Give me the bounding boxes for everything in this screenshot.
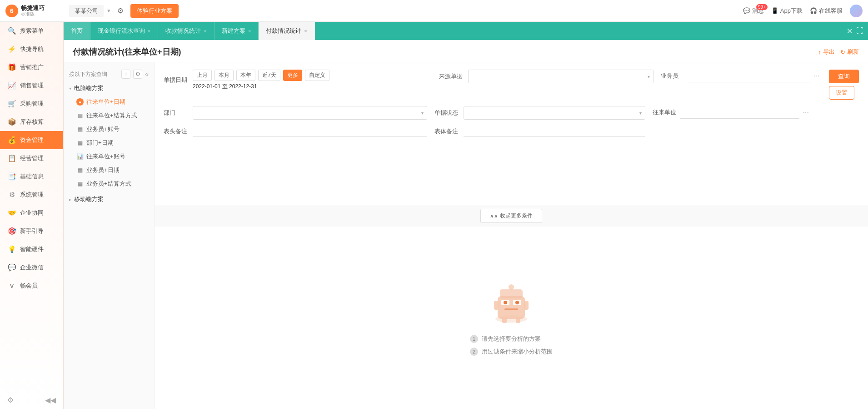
refresh-btn[interactable]: ↻ 刷新 [840, 48, 859, 56]
topbar-right: 💬 消息 99+ 📱 App下载 🎧 在线客服 [743, 5, 863, 17]
sidebar-item-inventory[interactable]: 📦 库存核算 [0, 113, 63, 131]
body-note-input[interactable] [464, 126, 645, 137]
date-btn-thismonth[interactable]: 本月 [215, 70, 234, 81]
tab-payable[interactable]: 付款情况统计 × [259, 22, 314, 40]
tip-text-2: 用过滤条件来缩小分析范围 [482, 348, 553, 356]
filter-settings-btn[interactable]: 设置 [829, 86, 854, 100]
notice-btn[interactable]: 💬 消息 99+ [743, 7, 764, 15]
scheme-item-6[interactable]: ▦ 业务员+结算方式 [64, 177, 154, 191]
inventory-label: 库存核算 [20, 118, 44, 126]
staff-label: 业务员 [661, 72, 686, 80]
online-service-btn[interactable]: 🎧 在线客服 [810, 7, 843, 15]
sidebar-item-member[interactable]: V 畅会员 [0, 277, 63, 295]
sidebar-item-purchase[interactable]: 🛒 采购管理 [0, 95, 63, 113]
sidebar-item-basicinfo[interactable]: 📑 基础信息 [0, 167, 63, 186]
sales-icon: 📈 [7, 81, 16, 90]
scheme-settings-btn[interactable]: ⚙ [133, 70, 142, 79]
tab-receivable[interactable]: 收款情况统计 × [158, 22, 214, 40]
tab-newscheme-label: 新建方案 [222, 27, 245, 35]
tab-close-all-icon[interactable]: ✕ [847, 27, 853, 35]
tab-cashflow[interactable]: 现金银行流水查询 × [90, 22, 158, 40]
page-title: 付款情况统计(往来单位+日期) [73, 46, 181, 57]
date-btn-custom[interactable]: 自定义 [305, 70, 329, 81]
tab-expand-icon[interactable]: ⛶ [856, 27, 863, 35]
export-btn[interactable]: ↑ 导出 [818, 48, 835, 56]
company-name[interactable]: 某某公司 [69, 5, 104, 17]
user-avatar[interactable] [850, 5, 863, 17]
sidebar-item-finance[interactable]: 💰 资金管理 [0, 131, 63, 149]
sidebar-item-wxwork[interactable]: 💬 企业微信 [0, 258, 63, 277]
date-btn-more[interactable]: 更多 [283, 70, 302, 81]
scheme-item-0[interactable]: ● 往来单位+日期 [64, 95, 154, 109]
svg-point-4 [504, 301, 507, 304]
scheme-group-desktop-header[interactable]: ▾ 电脑端方案 [64, 81, 154, 95]
sidebar-bottom: ⚙ ◀◀ [0, 391, 63, 409]
purchase-label: 采购管理 [20, 100, 44, 108]
scheme-item-3[interactable]: ▦ 部门+日期 [64, 136, 154, 150]
scheme-item-5-icon: ▦ [76, 167, 84, 174]
sidebar-item-collab[interactable]: 🤝 企业协同 [0, 204, 63, 222]
source-select[interactable] [468, 70, 653, 83]
tab-home[interactable]: 首页 [64, 22, 90, 40]
query-btn[interactable]: 查询 [829, 70, 859, 83]
sidebar-item-hardware[interactable]: 💡 智能硬件 [0, 240, 63, 258]
tab-bar: 首页 现金银行流水查询 × 收款情况统计 × 新建方案 × 付款情况统计 × ✕… [64, 22, 868, 40]
svg-rect-10 [516, 318, 520, 323]
scheme-filter-layout: 按以下方案查询 + ⚙ « [64, 62, 868, 409]
scheme-item-1[interactable]: ▦ 往来单位+结算方式 [64, 109, 154, 122]
voucher-status-label: 单据状态 [434, 109, 460, 117]
sidebar-item-marketing[interactable]: 🎁 营销推广 [0, 58, 63, 76]
filter-row-3: 表头备注 表体备注 [164, 126, 859, 137]
search-icon: 🔍 [7, 26, 16, 35]
tab-receivable-close[interactable]: × [204, 28, 206, 34]
scheme-item-1-icon: ▦ [76, 112, 84, 119]
sidebar-item-quicknav[interactable]: ⚡ 快捷导航 [0, 40, 63, 58]
scheme-add-btn[interactable]: + [121, 70, 130, 79]
dept-select[interactable] [193, 106, 427, 120]
scheme-item-5-label: 业务员+日期 [86, 166, 120, 174]
staff-dots-btn[interactable]: ··· [812, 72, 822, 80]
sidebar-collapse-icon[interactable]: ◀◀ [45, 396, 56, 404]
app-download-btn[interactable]: 📱 App下载 [771, 7, 803, 15]
newbie-icon: 🎯 [7, 227, 16, 236]
dropdown-icon[interactable]: ▾ [107, 7, 110, 14]
scheme-sidebar-actions: + ⚙ « [121, 70, 149, 79]
filter-row-1: 单据日期 上月 本月 本年 近7天 更多 自定义 [164, 70, 859, 100]
date-btn-7days[interactable]: 近7天 [258, 70, 280, 81]
sidebar-settings-icon[interactable]: ⚙ [7, 396, 14, 404]
dept-filter: 部门 ▾ [164, 106, 427, 120]
tab-payable-close[interactable]: × [304, 28, 307, 34]
sidebar-item-search[interactable]: 🔍 搜索菜单 [0, 22, 63, 40]
scheme-group-mobile-header[interactable]: ▸ 移动端方案 [64, 192, 154, 206]
inventory-icon: 📦 [7, 117, 16, 126]
scheme-collapse-btn[interactable]: « [145, 71, 149, 78]
sidebar-item-system[interactable]: ⚙ 系统管理 [0, 186, 63, 204]
logo-icon: 6 [5, 5, 18, 17]
tab-receivable-label: 收款情况统计 [165, 27, 201, 35]
message-icon: 💬 [743, 7, 750, 14]
tab-newscheme-close[interactable]: × [248, 28, 251, 34]
tab-cashflow-close[interactable]: × [148, 28, 150, 34]
try-industry-btn[interactable]: 体验行业方案 [130, 4, 179, 18]
date-btn-lastmonth[interactable]: 上月 [193, 70, 212, 81]
scheme-item-2[interactable]: ▦ 业务员+账号 [64, 122, 154, 136]
member-label: 畅会员 [20, 282, 38, 290]
voucher-status-select[interactable] [464, 106, 645, 120]
tab-newscheme[interactable]: 新建方案 × [215, 22, 259, 40]
date-btn-thisyear[interactable]: 本年 [236, 70, 255, 81]
sidebar-item-operations[interactable]: 📋 经营管理 [0, 149, 63, 167]
partner-dots-btn[interactable]: ··· [801, 108, 811, 116]
sidebar-item-newbie[interactable]: 🎯 新手引导 [0, 222, 63, 240]
empty-illustration [484, 280, 539, 326]
header-note-input[interactable] [193, 126, 427, 137]
scheme-item-4[interactable]: 📊 往来单位+账号 [64, 150, 154, 163]
download-label: App下载 [780, 7, 803, 15]
system-icon: ⚙ [7, 190, 16, 199]
topbar-gear-btn[interactable]: ⚙ [114, 5, 127, 17]
collapse-conditions-btn[interactable]: ∧∧ 收起更多条件 [480, 209, 542, 223]
svg-rect-1 [498, 296, 525, 319]
partner-label: 往来单位 [653, 108, 678, 116]
staff-input-area [688, 70, 810, 82]
sidebar-item-sales[interactable]: 📈 销售管理 [0, 76, 63, 95]
scheme-item-5[interactable]: ▦ 业务员+日期 [64, 163, 154, 177]
